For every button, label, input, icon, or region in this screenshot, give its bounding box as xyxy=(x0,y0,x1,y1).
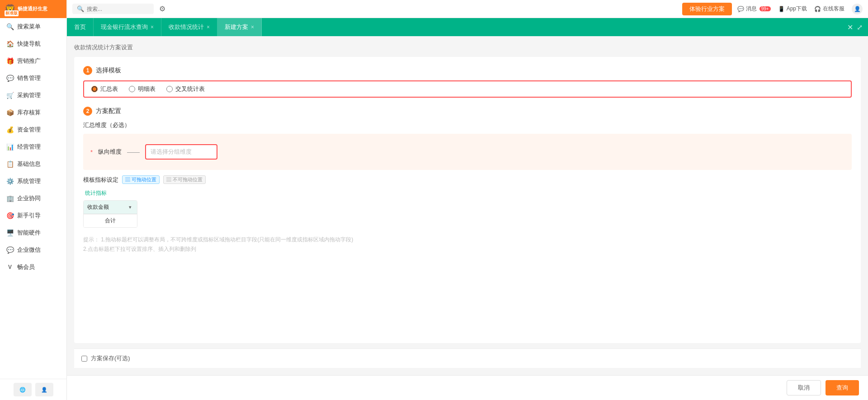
notification-badge: 99+ xyxy=(760,6,771,11)
hints-section: 提示： 1.拖动标题栏可以调整布局，不可跨维度或指标区域拖动栏目字段(只能在同一… xyxy=(83,236,852,253)
radio-cross-input[interactable] xyxy=(166,86,173,92)
trial-button[interactable]: 体验行业方案 xyxy=(682,3,732,15)
radio-cross-label: 交叉统计表 xyxy=(175,85,205,93)
sidebar-item-operation[interactable]: 📊 经营管理 xyxy=(0,138,66,155)
search-icon: 🔍 xyxy=(77,5,84,12)
notification-action[interactable]: 💬 消息 99+ xyxy=(737,5,771,13)
sidebar-logo: 🦁 畅捷通好生意 标准版 xyxy=(0,0,66,18)
save-plan-checkbox[interactable] xyxy=(81,356,87,362)
sidebar-item-marketing[interactable]: 🎁 营销推广 xyxy=(0,52,66,70)
tab-home[interactable]: 首页 xyxy=(67,18,94,36)
settings-icon[interactable]: ⚙ xyxy=(159,5,165,13)
vertical-label: 纵向维度 xyxy=(98,148,122,156)
box-icon: 📦 xyxy=(6,109,14,116)
save-plan-label: 方案保存(可选) xyxy=(91,354,130,362)
tab-new-plan-close[interactable]: × xyxy=(251,24,254,30)
section-config: 2 方案配置 汇总维度（必选） * 纵向维度 —— 请选择分组维度 xyxy=(83,107,852,253)
stat-section-title: 统计指标 xyxy=(85,189,107,197)
sidebar-item-guide[interactable]: 🎯 新手引导 xyxy=(0,207,66,224)
tab-collection[interactable]: 收款情况统计 × xyxy=(161,18,217,36)
maximize-window-icon[interactable]: ⤢ xyxy=(857,23,863,32)
download-icon: 📱 xyxy=(778,6,785,12)
sidebar-item-sales[interactable]: 💬 销售管理 xyxy=(0,70,66,87)
dimension-section: 汇总维度（必选） * 纵向维度 —— 请选择分组维度 xyxy=(83,121,852,170)
notification-icon: 💬 xyxy=(737,6,744,12)
home-icon: 🏠 xyxy=(6,40,14,47)
sidebar-item-label: 销售管理 xyxy=(17,74,41,82)
sidebar-item-member[interactable]: V 畅会员 xyxy=(0,259,66,276)
topbar: 🔍 ⚙ 体验行业方案 💬 消息 99+ 📱 App下载 🎧 在线客服 👤 xyxy=(67,0,868,18)
download-action[interactable]: 📱 App下载 xyxy=(778,5,807,13)
support-action[interactable]: 🎧 在线客服 xyxy=(814,5,844,13)
sidebar-item-wechat[interactable]: 💬 企业微信 xyxy=(0,241,66,259)
sidebar-item-inventory[interactable]: 📦 库存核算 xyxy=(0,104,66,121)
cart-icon: 🛒 xyxy=(6,92,14,99)
bottom-action-bar: 取消 查询 xyxy=(67,375,868,400)
hint-1: 提示： 1.拖动标题栏可以调整布局，不可跨维度或指标区域拖动栏目字段(只能在同一… xyxy=(83,236,852,244)
user-avatar[interactable]: 👤 xyxy=(852,4,863,14)
topbar-search-box[interactable]: 🔍 xyxy=(72,4,154,14)
sidebar-item-quick-nav[interactable]: 🏠 快捷导航 xyxy=(0,35,66,52)
metrics-section-title-row: 统计指标 xyxy=(83,188,137,200)
guide-icon: 🎯 xyxy=(6,212,14,219)
search-input[interactable] xyxy=(87,6,141,12)
sidebar-bottom-btn1[interactable]: 🌐 xyxy=(14,383,32,396)
arrow-icon: —— xyxy=(127,148,140,155)
sidebar-item-finance[interactable]: 💰 资金管理 xyxy=(0,121,66,138)
metrics-row-cell: 合计 xyxy=(84,214,137,227)
sidebar-item-label: 搜索菜单 xyxy=(17,23,41,31)
dropdown-icon[interactable]: ▾ xyxy=(129,204,132,210)
query-button[interactable]: 查询 xyxy=(826,380,859,395)
tab-collection-close[interactable]: × xyxy=(207,24,210,30)
cancel-button[interactable]: 取消 xyxy=(787,380,821,395)
sidebar-item-label: 库存核算 xyxy=(17,108,41,117)
section1-number: 1 xyxy=(83,66,92,75)
search-icon: 🔍 xyxy=(6,23,14,30)
plan-settings-card: 1 选择模板 汇总表 明细表 交叉统计表 xyxy=(74,57,861,343)
section1-header: 1 选择模板 xyxy=(83,66,852,75)
tabs-bar: 首页 现金银行流水查询 × 收款情况统计 × 新建方案 × ✕ ⤢ xyxy=(67,18,868,36)
sidebar-item-search[interactable]: 🔍 搜索菜单 xyxy=(0,18,66,35)
sidebar-item-label: 快捷导航 xyxy=(17,40,41,48)
dimension-select[interactable]: 请选择分组维度 xyxy=(145,144,217,160)
radio-detail-label: 明细表 xyxy=(138,85,156,93)
gift-icon: 🎁 xyxy=(6,57,14,65)
draggable-badge: ▤ 可拖动位置 xyxy=(122,175,160,184)
dimension-group-label: 汇总维度（必选） xyxy=(83,121,852,129)
support-label: 在线客服 xyxy=(823,5,844,13)
sidebar-item-system[interactable]: ⚙️ 系统管理 xyxy=(0,173,66,190)
sidebar-item-hardware[interactable]: 🖥️ 智能硬件 xyxy=(0,224,66,241)
sidebar-item-basic[interactable]: 📋 基础信息 xyxy=(0,155,66,173)
topbar-actions: 💬 消息 99+ 📱 App下载 🎧 在线客服 👤 xyxy=(737,4,863,14)
dimension-placeholder: 请选择分组维度 xyxy=(151,148,192,155)
tab-new-plan-label: 新建方案 xyxy=(225,23,248,31)
sidebar-item-purchase[interactable]: 🛒 采购管理 xyxy=(0,87,66,104)
tab-cashflow-close[interactable]: × xyxy=(151,24,154,30)
radio-summary[interactable]: 汇总表 xyxy=(91,85,118,93)
sidebar-item-label: 新手引导 xyxy=(17,212,41,220)
radio-detail[interactable]: 明细表 xyxy=(129,85,156,93)
tab-cashflow[interactable]: 现金银行流水查询 × xyxy=(94,18,161,36)
metrics-label-row: 模板指标设定 ▤ 可拖动位置 ▤ 不可拖动位置 xyxy=(83,175,852,184)
metrics-column-label: 收款金额 xyxy=(87,203,109,211)
basic-icon: 📋 xyxy=(6,160,14,168)
metrics-grid-wrapper: 统计指标 收款金额 ▾ 合计 xyxy=(83,188,852,228)
support-icon: 🎧 xyxy=(814,6,821,12)
sidebar-item-enterprise[interactable]: 🏢 企业协同 xyxy=(0,190,66,207)
hint-2: 2.点击标题栏下拉可设置排序、插入列和删除列 xyxy=(83,245,852,253)
radio-summary-input[interactable] xyxy=(91,86,98,92)
sidebar-item-label: 营销推广 xyxy=(17,57,41,65)
radio-cross[interactable]: 交叉统计表 xyxy=(166,85,205,93)
money-icon: 💰 xyxy=(6,126,14,133)
section-template: 1 选择模板 汇总表 明细表 交叉统计表 xyxy=(83,66,852,98)
tab-new-plan[interactable]: 新建方案 × xyxy=(217,18,262,36)
sidebar-item-label: 资金管理 xyxy=(17,126,41,134)
metrics-column-header[interactable]: 收款金额 ▾ xyxy=(84,201,137,214)
close-window-icon[interactable]: ✕ xyxy=(847,23,853,32)
metrics-section: 模板指标设定 ▤ 可拖动位置 ▤ 不可拖动位置 xyxy=(83,175,852,253)
metrics-table: 收款金额 ▾ 合计 xyxy=(83,200,137,228)
radio-detail-input[interactable] xyxy=(129,86,135,92)
sidebar-bottom-btn2[interactable]: 👤 xyxy=(35,383,53,396)
undraggable-badge-icon: ▤ xyxy=(166,177,171,182)
version-badge: 标准版 xyxy=(5,10,19,16)
